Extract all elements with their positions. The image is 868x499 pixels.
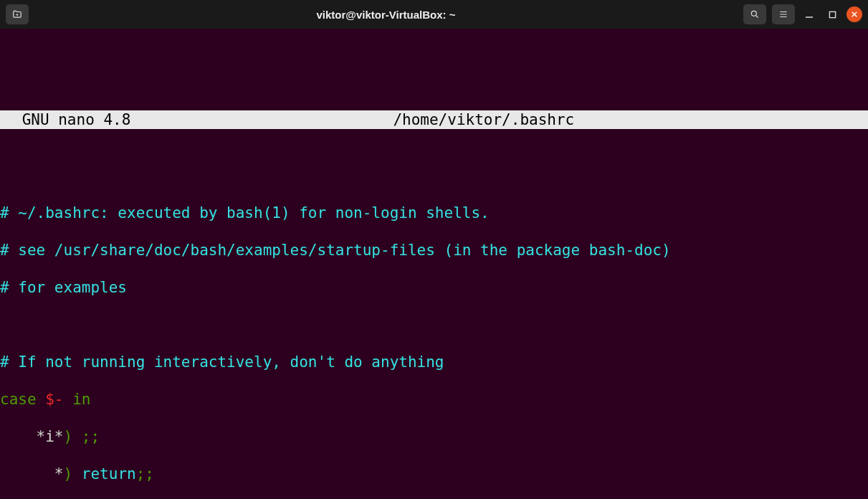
search-button[interactable] [743,4,766,24]
code-line: # see /usr/share/doc/bash/examples/start… [0,242,671,259]
code-line: ) ;; [64,428,100,445]
svg-point-0 [751,11,756,16]
nano-app-name: GNU nano 4.8 [13,110,130,129]
nano-header: GNU nano 4.8 /home/viktor/.bashrc [0,110,868,129]
hamburger-icon [778,9,788,19]
code-line: # If not running interactively, don't do… [0,353,444,371]
close-button[interactable] [846,6,862,22]
menu-button[interactable] [772,4,795,24]
code-line: # for examples [0,279,127,296]
minimize-button[interactable] [801,6,818,23]
code-line: *i* [0,428,64,445]
folder-plus-icon [12,9,22,19]
maximize-button[interactable] [824,6,841,23]
code-line: in [64,391,91,408]
window-controls [743,4,862,24]
code-line [0,315,868,334]
terminal-content[interactable]: GNU nano 4.8 /home/viktor/.bashrc # ~/.b… [0,29,868,499]
code-line: case [0,391,37,408]
code-line: # ~/.bashrc: executed by bash(1) for non… [0,204,490,222]
close-icon [851,11,858,18]
svg-rect-1 [829,11,835,17]
code-line: ;; [136,465,154,483]
new-tab-button[interactable] [6,4,29,24]
window-title: viktor@viktor-VirtualBox: ~ [34,9,738,21]
file-buffer: # ~/.bashrc: executed by bash(1) for non… [0,185,868,499]
search-icon [750,9,760,19]
minimize-icon [805,10,814,19]
code-line: $- [37,391,64,408]
code-line: * [0,465,64,483]
maximize-icon [829,11,836,19]
code-line: return [82,465,136,483]
code-line: ) [64,465,82,483]
window-titlebar: viktor@viktor-VirtualBox: ~ [0,0,868,29]
nano-file-path: /home/viktor/.bashrc [130,110,868,129]
